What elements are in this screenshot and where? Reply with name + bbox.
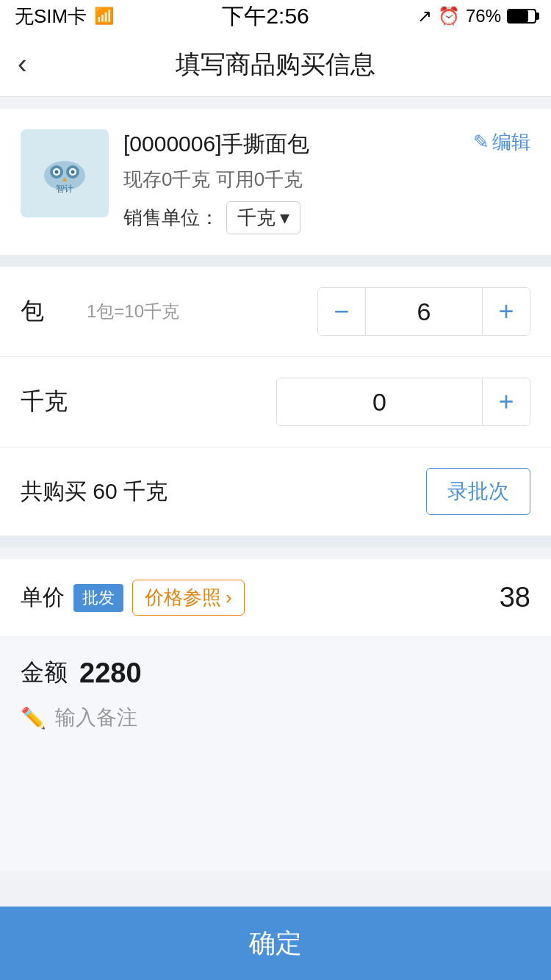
package-hint: 1包=10千克 [87, 300, 317, 323]
unit-value: 千克 [237, 205, 276, 231]
package-label: 包 [21, 295, 79, 328]
pencil-icon: ✏️ [21, 706, 46, 730]
product-name: [0000006]手撕面包 [123, 129, 309, 159]
price-left: 单价 批发 价格参照 › [21, 580, 245, 616]
price-ref-label: 价格参照 [145, 585, 221, 610]
main-content: 智计 [0000006]手撕面包 ✎ 编辑 现存0千克 可用0千克 销售单位： … [0, 109, 551, 945]
divider-2 [0, 536, 551, 547]
status-time: 下午2:56 [222, 1, 309, 32]
svg-point-6 [71, 170, 75, 173]
divider-1 [0, 255, 551, 267]
remark-placeholder: 输入备注 [55, 704, 137, 732]
remark-row[interactable]: ✏️ 输入备注 [21, 704, 530, 732]
nav-bar: ‹ 填写商品购买信息 [0, 32, 551, 97]
price-ref-button[interactable]: 价格参照 › [132, 580, 245, 616]
price-section: 单价 批发 价格参照 › 38 [0, 559, 551, 636]
unit-row: 销售单位： 千克 ▾ [123, 201, 530, 234]
chevron-right-icon: › [226, 586, 232, 609]
status-bar: 无SIM卡 📶 下午2:56 ↗ ⏰ 76% [0, 0, 551, 32]
price-label: 单价 [21, 583, 65, 613]
price-tag: 批发 [73, 584, 123, 612]
chevron-down-icon: ▾ [280, 206, 289, 229]
amount-section: 金额 2280 ✏️ 输入备注 [0, 636, 551, 871]
svg-text:智计: 智计 [56, 184, 73, 194]
kilogram-input[interactable] [277, 378, 483, 425]
product-info: [0000006]手撕面包 ✎ 编辑 现存0千克 可用0千克 销售单位： 千克 … [123, 129, 530, 234]
edit-icon: ✎ [473, 131, 489, 154]
unit-select[interactable]: 千克 ▾ [226, 201, 300, 234]
amount-label: 金额 [21, 657, 68, 689]
package-minus-button[interactable]: − [318, 288, 365, 335]
product-card: 智计 [0000006]手撕面包 ✎ 编辑 现存0千克 可用0千克 销售单位： … [0, 109, 551, 255]
package-input-row: 包 1包=10千克 − + [0, 267, 551, 357]
unit-label: 销售单位： [123, 205, 219, 231]
battery-percent: 76% [466, 6, 501, 26]
carrier-text: 无SIM卡 [15, 4, 87, 29]
batch-button[interactable]: 录批次 [426, 468, 530, 515]
battery-icon [507, 9, 536, 24]
kilogram-label: 千克 [21, 386, 79, 418]
input-section: 包 1包=10千克 − + 千克 + 共购买 60 千克 录批次 [0, 267, 551, 536]
amount-value: 2280 [79, 657, 142, 689]
footer[interactable]: 确定 [0, 907, 551, 980]
kilogram-stepper: + [276, 378, 530, 426]
summary-text: 共购买 60 千克 [21, 477, 168, 507]
kilogram-plus-button[interactable]: + [483, 378, 530, 425]
alarm-icon: ⏰ [438, 6, 460, 26]
svg-point-5 [55, 170, 59, 173]
kilogram-input-row: 千克 + [0, 357, 551, 447]
status-right: ↗ ⏰ 76% [417, 6, 536, 26]
stock-info: 现存0千克 可用0千克 [123, 167, 530, 192]
product-image: 智计 [21, 129, 109, 217]
edit-label: 编辑 [492, 129, 530, 155]
back-button[interactable]: ‹ [18, 48, 27, 80]
package-stepper: − + [317, 287, 530, 336]
edit-button[interactable]: ✎ 编辑 [473, 129, 530, 155]
price-value: 38 [500, 582, 530, 613]
package-plus-button[interactable]: + [483, 288, 530, 335]
confirm-button[interactable]: 确定 [249, 926, 302, 962]
page-title: 填写商品购买信息 [176, 48, 375, 82]
product-name-row: [0000006]手撕面包 ✎ 编辑 [123, 129, 530, 159]
product-thumbnail-icon: 智计 [39, 154, 90, 194]
status-left: 无SIM卡 📶 [15, 4, 114, 29]
amount-row: 金额 2280 [21, 657, 530, 689]
summary-row: 共购买 60 千克 录批次 [0, 447, 551, 536]
wifi-icon: 📶 [94, 7, 114, 26]
location-icon: ↗ [417, 6, 432, 26]
package-input[interactable] [365, 288, 483, 335]
